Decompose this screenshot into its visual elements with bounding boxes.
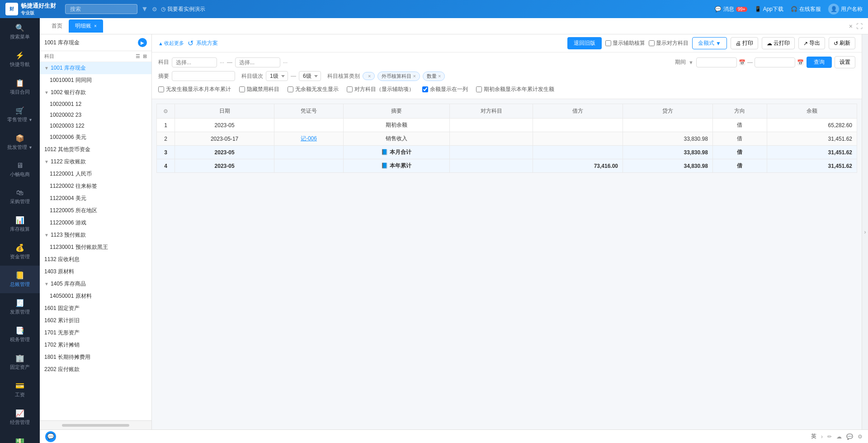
tree-node-10010001[interactable]: 10010001 同同同 bbox=[40, 74, 151, 86]
sidebar-item-ecommerce[interactable]: 🖥 小畅电商 bbox=[0, 156, 40, 183]
tag-close-normal[interactable]: × bbox=[368, 73, 371, 79]
tree-node-1002[interactable]: ▼ 1002 银行存款 bbox=[40, 86, 151, 99]
tree-nav-btn[interactable]: ▶ bbox=[138, 38, 147, 47]
bottom-cloud-icon[interactable]: ☁ bbox=[836, 433, 842, 440]
tree-node-1403[interactable]: 1403 原材料 bbox=[40, 266, 151, 278]
cb-opposite-input[interactable] bbox=[347, 86, 353, 92]
sidebar-item-project[interactable]: 📋 项目合同 bbox=[0, 73, 40, 101]
tab-close-icon[interactable]: × bbox=[94, 24, 97, 29]
tree-node-1405[interactable]: ▼ 1405 库存商品 bbox=[40, 278, 151, 290]
table-settings-icon[interactable]: ⚙ bbox=[163, 108, 168, 114]
bottom-chat-icon[interactable]: 💬 bbox=[846, 433, 853, 440]
bottom-edit-icon[interactable]: ✏ bbox=[827, 433, 832, 440]
tree-node-11220004[interactable]: 11220004 美元 bbox=[40, 192, 151, 205]
dropdown-icon[interactable]: ▼ bbox=[141, 5, 148, 13]
tree-node-2202[interactable]: 2202 应付账款 bbox=[40, 363, 151, 376]
tag-normal[interactable]: × bbox=[363, 72, 375, 80]
sidebar-item-purchase[interactable]: 🛍 采购管理 bbox=[0, 183, 40, 210]
tree-node-1601[interactable]: 1601 固定资产 bbox=[40, 302, 151, 314]
sidebar-item-mgmt[interactable]: 📈 经营管理 bbox=[0, 404, 40, 431]
subject-input-end[interactable] bbox=[235, 57, 280, 67]
tree-node-1602[interactable]: 1602 累计折旧 bbox=[40, 314, 151, 327]
demo-link[interactable]: ◷ 我要看实例演示 bbox=[161, 5, 205, 13]
expand-panel-btn[interactable]: ⛶ bbox=[856, 23, 863, 30]
show-aux-checkbox[interactable] bbox=[605, 40, 611, 46]
search-input[interactable] bbox=[65, 4, 137, 14]
tree-node-1122[interactable]: ▼ 1122 应收账款 bbox=[40, 156, 151, 168]
app-download-btn[interactable]: 📱 App下载 bbox=[755, 5, 783, 13]
sidebar-item-funds[interactable]: 💰 资金管理 bbox=[0, 238, 40, 266]
level-to-select[interactable]: 6级 bbox=[299, 71, 321, 81]
sidebar-item-tax[interactable]: 📑 税务管理 bbox=[0, 321, 40, 348]
tree-node-11220005[interactable]: 11220005 所在地区 bbox=[40, 205, 151, 217]
sidebar-item-quicknav[interactable]: ⚡ 快捷导航 bbox=[0, 46, 40, 73]
tree-node-11220002[interactable]: 11220002 往来标签 bbox=[40, 180, 151, 192]
voucher-link[interactable]: 记-006 bbox=[301, 135, 317, 142]
close-panel-btn[interactable]: × bbox=[849, 23, 853, 30]
subject-input[interactable] bbox=[172, 57, 217, 67]
back-to-old-btn[interactable]: 退回旧版 bbox=[567, 37, 602, 49]
tree-node-10020006[interactable]: 10020006 美元 bbox=[40, 131, 151, 143]
tree-node-11230001[interactable]: 11230001 预付账款黑王 bbox=[40, 241, 151, 253]
tree-node-1702[interactable]: 1702 累计摊销 bbox=[40, 339, 151, 351]
sidebar-item-wholesale[interactable]: 📦 批发管理 ▼ bbox=[0, 129, 40, 156]
print-btn[interactable]: 🖨 打印 bbox=[731, 37, 758, 49]
filter-settings-btn[interactable]: 设置 bbox=[835, 56, 855, 68]
chat-bottom-icon[interactable]: 💬 bbox=[45, 431, 56, 442]
tree-node-1801[interactable]: 1801 长期待摊费用 bbox=[40, 351, 151, 363]
sidebar-item-expense[interactable]: 💵 小畅报销 bbox=[0, 431, 40, 443]
sidebar-item-retail[interactable]: 🛒 零售管理 ▼ bbox=[0, 101, 40, 129]
sidebar-item-inventory[interactable]: 📊 库存核算 bbox=[0, 210, 40, 238]
tree-node-11220006[interactable]: 11220006 游戏 bbox=[40, 217, 151, 229]
tag-close-quantity[interactable]: × bbox=[438, 73, 441, 79]
settings-icon[interactable]: ⚙ bbox=[152, 6, 157, 13]
bottom-settings-icon[interactable]: ⚙ bbox=[858, 433, 863, 440]
cb-opening-input[interactable] bbox=[476, 86, 482, 92]
cb-balance-col-input[interactable] bbox=[422, 86, 428, 92]
level-from-select[interactable]: 1级 bbox=[266, 71, 288, 81]
tree-node-1132[interactable]: 1132 应收利息 bbox=[40, 253, 151, 266]
cb-hide-disabled-input[interactable] bbox=[239, 86, 245, 92]
refresh-btn[interactable]: ↺ 刷新 bbox=[829, 37, 855, 49]
amount-format-btn[interactable]: 金额式 ▼ bbox=[692, 37, 727, 49]
tree-node-1123[interactable]: ▼ 1123 预付账款 bbox=[40, 229, 151, 241]
bottom-arrow-icon[interactable]: › bbox=[821, 433, 823, 440]
sidebar-item-salary[interactable]: 💳 工资 bbox=[0, 376, 40, 404]
tab-home[interactable]: 首页 bbox=[45, 19, 69, 33]
collapse-more-btn[interactable]: ▲ 收起更多 bbox=[158, 40, 184, 47]
sidebar-item-search[interactable]: 🔍 搜索菜单 bbox=[0, 18, 40, 46]
lang-en-btn[interactable]: 英 bbox=[811, 433, 816, 440]
export-btn[interactable]: ↗ 导出 bbox=[798, 37, 825, 49]
summary-input[interactable] bbox=[172, 71, 235, 81]
online-service-btn[interactable]: 🎧 在线客服 bbox=[791, 5, 821, 13]
tree-node-1701[interactable]: 1701 无形资产 bbox=[40, 327, 151, 339]
right-sidebar-toggle[interactable]: › bbox=[862, 34, 868, 429]
tree-horizontal-scroll[interactable] bbox=[62, 424, 129, 427]
scheme-btn[interactable]: 系统方案 bbox=[196, 39, 218, 47]
period-end-input[interactable]: 2023-05 bbox=[755, 57, 795, 67]
scheme-reset-icon[interactable]: ↺ bbox=[188, 39, 193, 48]
tag-foreign[interactable]: 外币核算科目 × bbox=[377, 71, 420, 81]
messages-btn[interactable]: 💬 消息 99+ bbox=[715, 5, 747, 13]
period-start-input[interactable]: 2023-05 bbox=[696, 57, 737, 67]
user-area[interactable]: 👤 用户名称 bbox=[828, 4, 863, 14]
sidebar-item-assets[interactable]: 🏢 固定资产 bbox=[0, 348, 40, 376]
tag-close-foreign[interactable]: × bbox=[413, 73, 415, 79]
tree-node-1001[interactable]: ▼ 1001 库存现金 bbox=[40, 62, 151, 74]
search-btn[interactable]: 查询 bbox=[807, 57, 832, 68]
tag-quantity[interactable]: 数量 × bbox=[423, 71, 445, 81]
tree-list-icon[interactable]: ☰ bbox=[136, 53, 140, 59]
tree-node-1012[interactable]: 1012 其他货币资金 bbox=[40, 143, 151, 156]
tree-node-11220001[interactable]: 11220001 人民币 bbox=[40, 168, 151, 180]
show-opposite-checkbox[interactable] bbox=[649, 40, 655, 46]
tree-node-14050001[interactable]: 14050001 原材料 bbox=[40, 290, 151, 302]
tree-node-10020002[interactable]: 10020002 23 bbox=[40, 110, 151, 120]
tree-node-10020003[interactable]: 10020003 122 bbox=[40, 120, 151, 131]
sidebar-item-invoice[interactable]: 🧾 发票管理 bbox=[0, 293, 40, 321]
tab-detail[interactable]: 明细账 × bbox=[69, 19, 103, 33]
tree-node-10020001[interactable]: 10020001 12 bbox=[40, 99, 151, 110]
cloud-print-btn[interactable]: ☁ 云打印 bbox=[762, 37, 795, 49]
cb-no-balance2-input[interactable] bbox=[288, 86, 293, 92]
tree-expand-icon[interactable]: ⊞ bbox=[143, 53, 147, 59]
sidebar-item-ledger[interactable]: 📒 总账管理 bbox=[0, 266, 40, 293]
